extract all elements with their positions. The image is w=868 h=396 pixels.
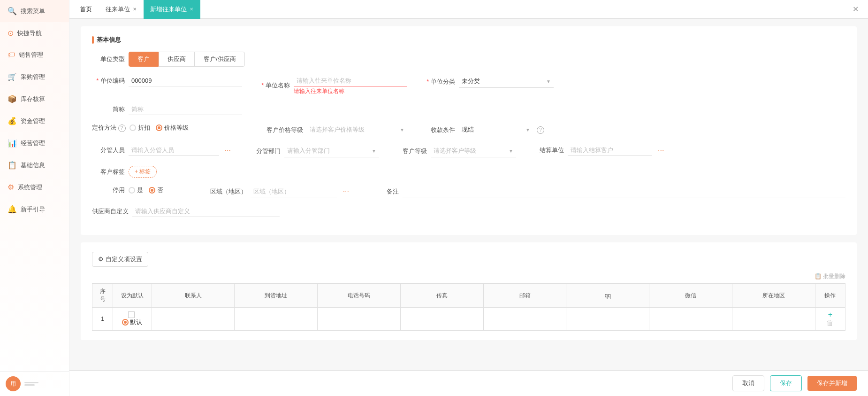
region-dots-button[interactable]: ··· [341, 187, 351, 196]
region-input[interactable] [251, 186, 337, 197]
payment-terms-label: 收款条件 [422, 126, 455, 134]
phone-input[interactable] [322, 316, 396, 323]
qq-input[interactable] [571, 316, 644, 323]
customer-level-select[interactable]: 请选择客户等级 ▼ [431, 145, 516, 157]
batch-delete-button[interactable]: 📋 批量删除 [815, 272, 845, 280]
sidebar-item-inventory[interactable]: 📦 库存核算 [0, 88, 69, 110]
unit-type-supplier-button[interactable]: 供应商 [159, 52, 195, 67]
inventory-icon: 📦 [8, 94, 17, 103]
checkbox-default[interactable] [128, 311, 135, 318]
cell-seq: 1 [92, 308, 113, 331]
unit-type-label: 单位类型 [92, 55, 125, 63]
custom-settings-button[interactable]: ⚙ 自定义项设置 [92, 252, 148, 267]
short-name-field: 简称 [92, 104, 242, 115]
tab-label: 往来单位 [106, 5, 130, 14]
sidebar-item-quick-nav[interactable]: ⊙ 快捷导航 [0, 22, 69, 44]
radio-yes[interactable]: 是 [129, 186, 143, 194]
settlement-unit-field: 结算单位 ··· [531, 145, 662, 156]
sidebar-item-basic[interactable]: 📋 基础信息 [0, 154, 69, 176]
dropdown-arrow-icon2: ▼ [400, 127, 404, 132]
unit-type-customer-button[interactable]: 客户 [129, 52, 159, 67]
unit-code-input[interactable] [129, 75, 242, 86]
sidebar-item-purchase[interactable]: 🛒 采购管理 [0, 66, 69, 88]
th-address: 到货地址 [235, 284, 318, 308]
dropdown-arrow-icon4: ▼ [372, 148, 376, 154]
settlement-unit-dots-button[interactable]: ··· [656, 146, 666, 155]
radio-discount[interactable]: 折扣 [129, 124, 150, 132]
sidebar-item-label: 经营管理 [21, 139, 45, 148]
department-field: 分管部门 请输入分管部门 ▼ [248, 145, 379, 157]
save-new-button[interactable]: 保存并新增 [807, 376, 857, 391]
sidebar-item-search[interactable]: 🔍 搜索菜单 [0, 0, 69, 22]
unit-category-select[interactable]: 未分类 ▼ [459, 75, 554, 88]
cell-region[interactable] [732, 308, 815, 331]
payment-terms-help-icon[interactable]: ? [537, 126, 544, 134]
search-icon: 🔍 [8, 7, 17, 16]
unit-name-input[interactable] [294, 75, 407, 86]
unit-name-field: 单位名称 请输入往来单位名称 [257, 75, 407, 95]
cancel-button[interactable]: 取消 [732, 375, 764, 391]
save-button[interactable]: 保存 [770, 375, 802, 391]
tab-home[interactable]: 首页 [73, 0, 99, 19]
short-name-input[interactable] [129, 104, 242, 115]
unit-type-both-button[interactable]: 客户/供应商 [195, 52, 245, 67]
email-input[interactable] [488, 316, 562, 323]
sidebar-item-system[interactable]: ⚙ 系统管理 [0, 176, 69, 198]
radio-price-level[interactable]: 价格等级 [156, 124, 189, 132]
add-tag-button[interactable]: + 标签 [129, 166, 157, 178]
cell-phone[interactable] [318, 308, 401, 331]
unit-type-row: 单位类型 客户 供应商 客户/供应商 [92, 52, 845, 67]
radio-no[interactable]: 否 [149, 186, 163, 194]
tab-close-new-partner[interactable]: ✕ [190, 7, 193, 12]
row-delete-button[interactable]: 🗑 [824, 319, 836, 327]
fax-input[interactable] [405, 316, 479, 323]
pricing-help-icon[interactable]: ? [118, 124, 126, 132]
cell-email[interactable] [483, 308, 566, 331]
cell-address[interactable] [235, 308, 318, 331]
cell-qq[interactable] [566, 308, 649, 331]
sidebar-item-operation[interactable]: 📊 经营管理 [0, 132, 69, 154]
settlement-unit-input[interactable] [568, 145, 652, 156]
cell-default-radio[interactable]: 默认 [122, 318, 142, 326]
tab-close-partners[interactable]: ✕ [133, 7, 137, 12]
pricing-method-field: 定价方法 ? 折扣 价格等级 [92, 124, 251, 132]
tab-new-partner[interactable]: 新增往来单位 ✕ [144, 0, 200, 19]
wechat-input[interactable] [654, 316, 727, 323]
cell-fax[interactable] [400, 308, 483, 331]
dropdown-arrow-icon3: ▼ [525, 127, 530, 132]
department-label: 分管部门 [248, 147, 281, 155]
customer-price-level-select[interactable]: 请选择客户价格等级 ▼ [307, 124, 407, 136]
contact-input[interactable] [157, 316, 230, 323]
sidebar-item-guide[interactable]: 🔔 新手引导 [0, 198, 69, 220]
address-input[interactable] [239, 316, 312, 323]
sidebar-item-finance[interactable]: 💰 资金管理 [0, 110, 69, 132]
remark-input[interactable] [403, 186, 845, 197]
payment-terms-select[interactable]: 现结 ▼ [459, 124, 533, 136]
manager-input[interactable] [129, 145, 219, 156]
th-contact: 联系人 [152, 284, 235, 308]
th-phone: 电话号码 [318, 284, 401, 308]
cell-default: 默认 [113, 308, 152, 331]
cell-action: + 🗑 [815, 308, 845, 331]
window-close-button[interactable]: ✕ [847, 5, 864, 14]
tab-label: 首页 [80, 5, 92, 14]
sidebar-item-label: 采购管理 [21, 73, 45, 81]
cell-wechat[interactable] [649, 308, 732, 331]
disabled-field: 停用 是 否 [92, 186, 195, 194]
short-name-label: 简称 [92, 105, 125, 114]
tab-partners[interactable]: 往来单位 ✕ [99, 0, 144, 19]
unit-type-group: 客户 供应商 客户/供应商 [129, 52, 245, 67]
cell-contact[interactable] [152, 308, 235, 331]
sales-icon: 🏷 [8, 51, 15, 59]
radio-yes-circle [129, 187, 135, 194]
region-table-input[interactable] [737, 316, 810, 323]
department-select[interactable]: 请输入分管部门 ▼ [284, 145, 379, 157]
manager-dots-button[interactable]: ··· [223, 146, 233, 155]
table-row: 1 默认 [92, 308, 845, 331]
sidebar-item-sales[interactable]: 🏷 销售管理 [0, 44, 69, 66]
supplier-custom-input[interactable] [132, 206, 280, 217]
payment-terms-field: 收款条件 现结 ▼ ? [422, 124, 544, 136]
row-add-button[interactable]: + [826, 311, 834, 318]
manager-field: 分管人员 ··· [92, 145, 233, 156]
radio-no-label: 否 [157, 186, 163, 194]
